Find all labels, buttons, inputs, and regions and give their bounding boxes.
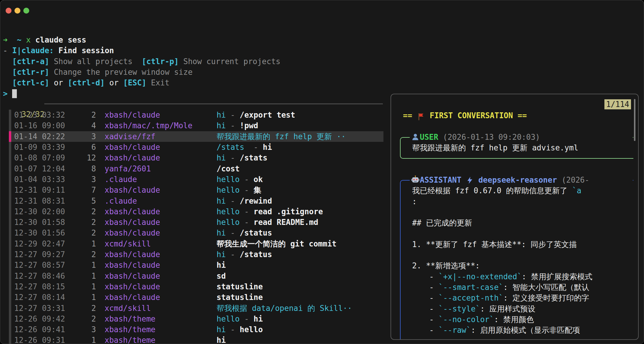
row-pointer — [9, 131, 11, 142]
fzf-help-line: [ctrl-c] or [ctrl-d] or [ESC] Exit — [3, 77, 170, 88]
zoom-button[interactable] — [23, 8, 29, 14]
assistant-line: - `--raw`: 启用原始模式（显示非匹配项 — [429, 325, 634, 335]
row-project: xbash/theme — [105, 324, 155, 335]
row-project: xbash/claude — [105, 228, 160, 238]
session-row[interactable]: 12-30 01:582xbash/claudehello - read REA… — [0, 217, 387, 228]
terminal-window: ➜ ~ x claude sess- I|claude: Find sessio… — [0, 0, 644, 344]
terminal-prompt-line: ➜ ~ x claude sess — [3, 35, 86, 45]
row-date: 01-04 03:33 — [14, 174, 65, 185]
session-row[interactable]: 12-30 01:562xbash/claudehi - /status — [0, 228, 387, 238]
session-row[interactable]: 01-08 07:0912xbash/claudehi - /stats — [0, 152, 387, 163]
user-label: USER — [420, 133, 438, 142]
session-row[interactable]: 12-29 02:471xcmd/skill帮我生成一个简洁的 git comm… — [0, 238, 387, 249]
row-message: hi - /status — [217, 249, 384, 260]
close-button[interactable] — [6, 8, 12, 14]
session-row[interactable]: 01-09 03:396xbash/claude/stats - hi — [0, 142, 387, 152]
row-count: 1 — [75, 335, 96, 344]
row-message: 帮我生成一个简洁的 git commit — [217, 238, 384, 249]
row-project: xbash/mac/.tmp/Mole — [105, 120, 192, 131]
row-date: 12-27 08:46 — [14, 271, 65, 281]
row-date: 01-14 02:22 — [14, 131, 65, 142]
row-project: xbash/theme — [105, 314, 155, 324]
assistant-line: 1. **更新了 fzf 基本描述**: 同步了英文描 — [412, 239, 634, 250]
row-count: 2 — [75, 110, 96, 120]
row-date: 12-27 09:27 — [14, 249, 65, 260]
session-row[interactable]: 01-07 12:048yanfa/2601/cost — [0, 163, 387, 174]
user-timestamp: (2026-01-13 09:20:03) — [438, 133, 540, 142]
assistant-line: - `--accept-nth`: 定义接受时要打印的字 — [429, 293, 634, 303]
row-date: 12-26 09:41 — [14, 324, 65, 335]
assistant-line: : — [412, 196, 634, 207]
row-date: 12-26 09:31 — [14, 335, 65, 344]
row-message: 帮我跟进最新的 fzf help 更新 ·· — [217, 131, 384, 142]
assistant-line: ## 已完成的更新 — [412, 218, 634, 228]
row-message: sd — [217, 271, 384, 281]
session-row[interactable]: 12-31 08:315.claudehi - /rewind — [0, 196, 387, 206]
session-row[interactable]: 12-27 08:151xbash/claudestatusline — [0, 281, 387, 292]
session-row[interactable]: 01-23 03:322xbash/claudehi - /export tes… — [0, 110, 387, 120]
row-count: 3 — [75, 324, 96, 335]
row-date: 12-27 03:31 — [14, 303, 65, 314]
row-message: hi - /rewind — [217, 196, 384, 206]
fzf-help-line: [ctlr-r] Change the preview window size — [3, 67, 193, 77]
row-project: xbash/claude — [105, 217, 160, 228]
row-project: yanfa/2601 — [105, 163, 151, 174]
session-row[interactable]: 01-04 03:333.claudehello - ok — [0, 174, 387, 185]
row-date: 01-08 07:09 — [14, 152, 65, 163]
row-count: 4 — [75, 120, 96, 131]
session-row[interactable]: 12-27 08:141xbash/claudestatusline — [0, 292, 387, 303]
row-count: 1 — [75, 281, 96, 292]
assistant-label: ASSISTANT — [420, 176, 466, 184]
preview-scrollbar[interactable] — [634, 99, 635, 141]
row-count: 8 — [75, 163, 96, 174]
row-project: xbash/claude — [105, 271, 160, 281]
assistant-line: - `--no-color`: 禁用颜色 — [429, 314, 634, 325]
row-count: 5 — [75, 196, 96, 206]
cursor[interactable] — [12, 89, 17, 98]
match-counter: 32/32 — [3, 98, 45, 109]
row-count: 1 — [75, 238, 96, 249]
row-message: statusline — [217, 281, 384, 292]
row-date: 12-27 08:15 — [14, 281, 65, 292]
session-row[interactable]: 12-27 03:312xcmd/skill帮我根据 data/openai 的… — [0, 303, 387, 314]
session-row[interactable]: 12-27 08:571xbash/claudehi — [0, 260, 387, 270]
session-row[interactable]: 01-16 09:004xbash/mac/.tmp/Molehi - !pwd — [0, 120, 387, 131]
row-message: hi - /stats — [217, 152, 384, 163]
red-flag-icon — [417, 112, 425, 121]
assistant-line: 2. **新增选项**: — [412, 260, 634, 271]
row-count: 2 — [75, 217, 96, 228]
row-date: 01-16 09:00 — [14, 120, 65, 131]
row-project: .claude — [105, 196, 137, 206]
assistant-line: - `--smart-case`: 智能大小写匹配（默认 — [429, 282, 634, 293]
session-row[interactable]: 12-26 09:422xbash/themehello - hi — [0, 314, 387, 324]
row-count: 2 — [75, 314, 96, 324]
session-row[interactable]: 12-26 09:311xbash/themehi — [0, 335, 387, 344]
assistant-line: - `+x|--no-extended`: 禁用扩展搜索模式 — [429, 271, 634, 282]
row-date: 12-27 08:14 — [14, 292, 65, 303]
row-count: 2 — [75, 228, 96, 238]
row-message: hello - read README.md — [217, 217, 384, 228]
fzf-header: - I|claude: Find session — [3, 45, 114, 56]
session-row[interactable]: 01-14 02:223xadvise/fzf帮我跟进最新的 fzf help … — [0, 131, 387, 142]
row-message: /stats - hi — [217, 142, 384, 152]
session-row[interactable]: 12-27 09:272xbash/claudehi - /status — [0, 249, 387, 260]
search-prompt[interactable]: > — [3, 88, 17, 99]
row-count: 3 — [75, 131, 96, 142]
row-project: xbash/claude — [105, 142, 160, 152]
row-count: 7 — [75, 185, 96, 195]
session-row[interactable]: 12-27 08:461xbash/claudesd — [0, 271, 387, 281]
row-message: /cost — [217, 163, 384, 174]
row-message: hi - /export test — [217, 110, 384, 120]
row-project: xcmd/skill — [105, 303, 151, 314]
assistant-timestamp: (2026- — [557, 176, 589, 184]
session-row[interactable]: 12-31 09:117xbash/claudehello - 集 — [0, 185, 387, 195]
fzf-help-line: [ctlr-a] Show all projects [ctlr-p] Show… — [3, 56, 280, 67]
row-message: hello - ok — [217, 174, 384, 185]
session-row[interactable]: 12-30 02:002xbash/claudehello - read .gi… — [0, 206, 387, 217]
session-row[interactable]: 12-26 09:413xbash/themehi - hello — [0, 324, 387, 335]
minimize-button[interactable] — [14, 8, 20, 14]
row-project: xbash/claude — [105, 185, 160, 195]
preview-panel: 1/114 == FIRST CONVERSATION == USER (202… — [391, 94, 639, 340]
row-date: 12-31 09:11 — [14, 185, 65, 195]
row-date: 12-29 02:47 — [14, 238, 65, 249]
